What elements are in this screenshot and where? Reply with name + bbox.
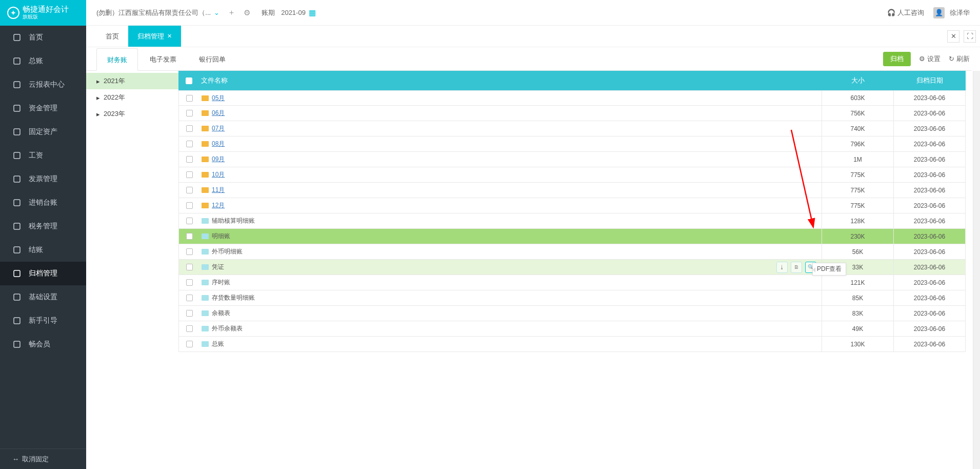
pin-toggle[interactable]: ↔ 取消固定	[0, 448, 86, 469]
scrollbar[interactable]	[973, 71, 980, 469]
nav-item-close[interactable]: 结账	[0, 238, 86, 262]
calendar-icon[interactable]: ▦	[309, 8, 316, 17]
period-value[interactable]: 2021-09	[281, 9, 306, 16]
file-size: 796K	[822, 136, 893, 151]
row-checkbox[interactable]	[186, 218, 193, 224]
row-checkbox[interactable]	[186, 295, 193, 301]
row-checkbox[interactable]	[186, 171, 193, 178]
table-row[interactable]: 09月 1M 2023-06-06	[178, 152, 966, 167]
file-name[interactable]: 06月	[212, 109, 225, 118]
pin-icon: ↔	[12, 455, 19, 463]
table-row[interactable]: 余额表 83K 2023-06-06	[178, 306, 966, 321]
tree-item[interactable]: ▸2022年	[86, 89, 178, 106]
row-checkbox[interactable]	[186, 233, 193, 240]
settings-icon-button[interactable]: ⚙	[244, 8, 250, 17]
file-date: 2023-06-06	[893, 121, 965, 136]
page-tab[interactable]: 归档管理✕	[128, 26, 181, 47]
table-row[interactable]: 11月 775K 2023-06-06	[178, 183, 966, 198]
tree-item[interactable]: ▸2021年	[86, 73, 178, 89]
table-row[interactable]: 07月 740K 2023-06-06	[178, 121, 966, 136]
file-name[interactable]: 09月	[212, 155, 225, 164]
table-row[interactable]: 总账 130K 2023-06-06	[178, 337, 966, 352]
nav-item-archive[interactable]: 归档管理	[0, 262, 86, 285]
nav-item-member[interactable]: 畅会员	[0, 333, 86, 356]
sub-tab[interactable]: 银行回单	[188, 48, 236, 70]
file-name[interactable]: 12月	[212, 201, 225, 210]
settings-link[interactable]: ⚙设置	[919, 54, 941, 64]
row-checkbox[interactable]	[186, 156, 193, 163]
table-row[interactable]: 凭证 ⭳ 🗎 🔍 PDF查看 33K 2023-06-06	[178, 260, 966, 275]
caret-icon: ▸	[96, 94, 104, 102]
file-name[interactable]: 08月	[212, 140, 225, 148]
table-row[interactable]: 12月 775K 2023-06-06	[178, 198, 966, 213]
file-name: 外币余额表	[212, 324, 243, 333]
refresh-icon: ↻	[949, 55, 954, 63]
year-tree: ▸2021年▸2022年▸2023年	[86, 71, 178, 469]
nav-item-home[interactable]: 首页	[0, 26, 86, 49]
folder-icon	[202, 218, 209, 224]
file-name[interactable]: 05月	[212, 94, 225, 103]
table-row[interactable]: 08月 796K 2023-06-06	[178, 136, 966, 152]
row-checkbox[interactable]	[186, 248, 193, 255]
nav-item-tax[interactable]: 税务管理	[0, 214, 86, 238]
guide-icon	[12, 316, 22, 325]
file-date: 2023-06-06	[893, 91, 965, 105]
folder-icon	[202, 310, 209, 316]
file-size: 740K	[822, 121, 893, 136]
table-row[interactable]: 明细账 230K 2023-06-06	[178, 229, 966, 244]
refresh-link[interactable]: ↻刷新	[949, 54, 970, 64]
row-checkbox[interactable]	[186, 125, 193, 132]
row-checkbox[interactable]	[186, 310, 193, 317]
svg-rect-9	[14, 247, 20, 253]
table-row[interactable]: 05月 603K 2023-06-06	[178, 90, 966, 106]
consult-button[interactable]: 🎧 人工咨询	[887, 8, 924, 17]
nav-label: 首页	[29, 33, 43, 42]
sub-tab[interactable]: 财务账	[96, 48, 138, 71]
add-button[interactable]: ＋	[228, 8, 235, 17]
nav-item-ledger[interactable]: 总账	[0, 49, 86, 73]
nav-item-asset[interactable]: 固定资产	[0, 120, 86, 144]
row-checkbox[interactable]	[186, 279, 193, 286]
row-checkbox[interactable]	[186, 264, 193, 270]
row-checkbox[interactable]	[186, 110, 193, 116]
table-row[interactable]: 06月 756K 2023-06-06	[178, 106, 966, 121]
file-name[interactable]: 07月	[212, 124, 225, 133]
table-row[interactable]: 序时账 121K 2023-06-06	[178, 275, 966, 290]
tree-item[interactable]: ▸2023年	[86, 106, 178, 122]
svg-rect-2	[14, 82, 20, 88]
file-name[interactable]: 10月	[212, 170, 225, 179]
archive-button[interactable]: 归档	[883, 52, 911, 66]
row-checkbox[interactable]	[186, 325, 193, 332]
table-row[interactable]: 存货数量明细账 85K 2023-06-06	[178, 290, 966, 306]
nav-item-chart[interactable]: 云报表中心	[0, 73, 86, 96]
file-table: 文件名称 大小 归档日期 05月 603K 2023-06-06 06月 756…	[178, 71, 973, 469]
file-name[interactable]: 11月	[212, 186, 225, 194]
fullscreen-button[interactable]: ⛶	[964, 30, 976, 43]
close-icon[interactable]: ✕	[167, 33, 172, 40]
row-checkbox[interactable]	[186, 341, 193, 347]
nav-item-invoice[interactable]: 发票管理	[0, 167, 86, 191]
col-size: 大小	[822, 76, 894, 85]
table-row[interactable]: 辅助核算明细账 128K 2023-06-06	[178, 213, 966, 229]
nav-item-fund[interactable]: 资金管理	[0, 96, 86, 120]
table-row[interactable]: 10月 775K 2023-06-06	[178, 167, 966, 183]
table-row[interactable]: 外币余额表 49K 2023-06-06	[178, 321, 966, 337]
company-selector[interactable]: (勿删）江西服宝精品有限责任公司（... ⌄	[96, 8, 219, 17]
nav-item-guide[interactable]: 新手引导	[0, 309, 86, 333]
user-menu[interactable]: 👤 徐泽华	[933, 7, 970, 18]
nav-item-settings[interactable]: 基础设置	[0, 285, 86, 309]
nav-item-salary[interactable]: 工资	[0, 144, 86, 167]
download-icon[interactable]: ⭳	[776, 262, 788, 273]
table-row[interactable]: 外币明细账 56K 2023-06-06	[178, 244, 966, 260]
select-all-checkbox[interactable]	[186, 77, 192, 84]
nav-item-inventory[interactable]: 进销台账	[0, 191, 86, 214]
pdf-icon[interactable]: 🗎	[791, 262, 802, 273]
row-checkbox[interactable]	[186, 141, 193, 147]
close-tabs-button[interactable]: ✕	[947, 30, 959, 43]
row-checkbox[interactable]	[186, 202, 193, 209]
row-checkbox[interactable]	[186, 187, 193, 193]
page-tab[interactable]: 首页	[96, 26, 128, 47]
row-checkbox[interactable]	[186, 95, 193, 102]
tab-label: 首页	[106, 32, 119, 41]
sub-tab[interactable]: 电子发票	[139, 48, 187, 70]
